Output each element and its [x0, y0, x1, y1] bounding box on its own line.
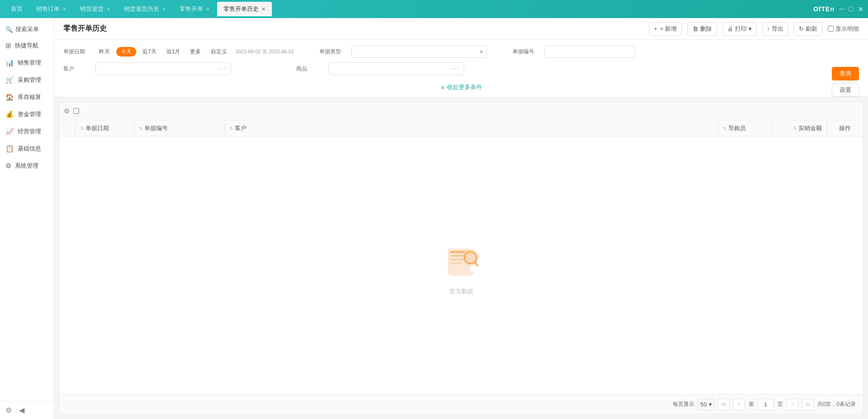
th-amount[interactable]: ⇅ 实销金额 — [773, 120, 827, 136]
sidebar: 🔍 搜索采单 ⊞ 快捷导航 📊 销售管理 🛒 采购管理 🏠 库存核算 💰 资金管… — [0, 18, 54, 419]
page-suffix-label: 页 — [778, 400, 783, 408]
date-month[interactable]: 近1月 — [163, 47, 184, 56]
filter-row-date: 单据日期 昨天 今天 近7天 近1月 更多 自定义 2023-06-02 至 2… — [63, 45, 859, 58]
filter-area: 单据日期 昨天 今天 近7天 近1月 更多 自定义 2023-06-02 至 2… — [54, 40, 868, 97]
product-select[interactable]: ··· — [328, 62, 464, 75]
sidebar-item-purchase-mgmt[interactable]: 🛒 采购管理 — [0, 71, 54, 89]
settings-icon[interactable]: ⚙ — [5, 406, 12, 414]
next-page-button[interactable]: > — [787, 399, 798, 410]
chevron-up-icon: ∧ — [441, 84, 445, 91]
product-dots-icon: ··· — [451, 65, 460, 73]
empty-text: 暂无数据 — [450, 287, 473, 296]
filter-settings-button[interactable]: 设置 — [832, 83, 859, 97]
prev-page-icon: < — [737, 401, 741, 408]
svg-rect-4 — [450, 259, 464, 260]
sales-icon: 📊 — [5, 59, 14, 67]
date-shortcuts: 昨天 今天 近7天 近1月 更多 自定义 2023-06-02 至 2023-0… — [95, 47, 294, 56]
date-week[interactable]: 近7天 — [139, 47, 160, 56]
refresh-button[interactable]: ↻ 刷新 — [794, 22, 822, 36]
bill-no-input[interactable] — [545, 45, 635, 58]
add-button[interactable]: + + 新增 — [649, 22, 682, 36]
sidebar-item-quick-nav[interactable]: ⊞ 快捷导航 — [0, 37, 54, 54]
sort-customer-icon: ⇅ — [229, 126, 233, 131]
close-sales-return-history-icon[interactable]: ✕ — [162, 6, 166, 12]
last-page-button[interactable]: ≫ — [802, 399, 814, 410]
sidebar-item-finance[interactable]: 💰 资金管理 — [0, 106, 54, 123]
export-icon: ↑ — [767, 25, 770, 32]
refresh-icon: ↻ — [799, 25, 804, 32]
select-all-checkbox[interactable] — [73, 108, 79, 114]
tab-sales-return-history[interactable]: 销货退货历史 ✕ — [118, 2, 172, 16]
quick-nav-icon: ⊞ — [5, 42, 11, 50]
window-controls: OfTEn ─ □ ✕ — [813, 5, 863, 14]
sort-guide-icon: ⇅ — [723, 126, 726, 131]
th-date[interactable]: ⇅ 单据日期 — [76, 120, 134, 136]
filter-row-customer: 客户 ··· 商品 ··· — [63, 62, 859, 75]
close-retail-history-icon[interactable]: ✕ — [261, 6, 266, 12]
th-customer[interactable]: ⇅ 客户 — [225, 120, 718, 136]
query-button[interactable]: 查询 — [832, 67, 859, 80]
top-bar: 首页 销售订单 ✕ 销货退货 ✕ 销货退货历史 ✕ 零售开单 ✕ 零售开单历史 … — [0, 0, 868, 18]
first-page-icon: ≪ — [721, 401, 727, 408]
date-label: 单据日期 — [63, 48, 88, 56]
th-billno[interactable]: ⇅ 单据编号 — [134, 120, 225, 136]
tab-retail-open[interactable]: 零售开单 ✕ — [173, 2, 216, 16]
inventory-icon: 🏠 — [5, 93, 14, 101]
minimize-icon[interactable]: ─ — [839, 5, 844, 13]
tab-home[interactable]: 首页 — [5, 2, 29, 16]
empty-state: 暂无数据 — [59, 137, 863, 394]
sort-date-icon: ⇅ — [80, 126, 84, 131]
export-button[interactable]: ↑ 导出 — [762, 22, 789, 36]
product-label: 商品 — [296, 65, 321, 73]
table-toolbar: ⚙ — [59, 102, 863, 120]
sidebar-search[interactable]: 🔍 搜索采单 — [0, 22, 54, 37]
empty-illustration — [439, 235, 484, 280]
collapse-filter-button[interactable]: ∧ 收起更多条件 — [63, 83, 859, 91]
finance-icon: 💰 — [5, 110, 14, 118]
sidebar-item-operations[interactable]: 📈 经营管理 — [0, 123, 54, 140]
sidebar-item-inventory[interactable]: 🏠 库存核算 — [0, 89, 54, 106]
customer-select[interactable]: ··· — [95, 62, 231, 75]
table-header: ⇅ 单据日期 ⇅ 单据编号 ⇅ 客户 ⇅ 导购员 ⇅ 实销金额 — [59, 120, 863, 137]
date-more[interactable]: 更多 — [186, 47, 204, 56]
page-input[interactable] — [758, 399, 774, 410]
svg-rect-5 — [450, 262, 461, 264]
customer-label: 客户 — [63, 65, 88, 73]
maximize-icon[interactable]: □ — [849, 5, 853, 13]
window-close-icon[interactable]: ✕ — [858, 5, 863, 14]
chevron-down-icon: ▾ — [480, 48, 483, 55]
print-arrow-icon: ▾ — [749, 25, 752, 32]
column-settings-icon[interactable]: ⚙ — [64, 107, 70, 115]
close-sales-order-icon[interactable]: ✕ — [62, 6, 66, 12]
date-today[interactable]: 今天 — [116, 47, 136, 56]
sidebar-search-label: 搜索采单 — [15, 25, 39, 33]
sidebar-item-base-info[interactable]: 📋 基础信息 — [0, 140, 54, 157]
sidebar-item-system-mgmt[interactable]: ⚙ 系统管理 — [0, 157, 54, 174]
base-info-icon: 📋 — [5, 145, 14, 153]
date-custom[interactable]: 自定义 — [207, 47, 231, 56]
tab-retail-history[interactable]: 零售开单历史 ✕ — [217, 2, 272, 16]
per-page-label: 每页显示 — [673, 400, 694, 408]
show-detail-checkbox[interactable] — [828, 26, 834, 32]
th-action: 操作 — [827, 120, 863, 136]
delete-button[interactable]: 🗑 删除 — [688, 22, 717, 36]
show-detail-toggle[interactable]: 显示明细 — [828, 25, 859, 33]
per-page-select[interactable]: 50 ▾ — [698, 399, 714, 410]
bill-type-select[interactable]: ▾ — [351, 45, 487, 58]
first-page-button[interactable]: ≪ — [718, 399, 730, 410]
date-yesterday[interactable]: 昨天 — [95, 47, 114, 56]
sidebar-item-sales-mgmt[interactable]: 📊 销售管理 — [0, 54, 54, 71]
close-sales-return-icon[interactable]: ✕ — [106, 6, 110, 12]
date-range-text: 2023-06-02 至 2023-06-02 — [235, 48, 294, 55]
bill-no-label: 单据编号 — [512, 48, 537, 56]
close-retail-open-icon[interactable]: ✕ — [206, 6, 210, 12]
collapse-sidebar-icon[interactable]: ◀ — [19, 406, 24, 414]
print-button[interactable]: 🖨 打印 ▾ — [722, 22, 757, 36]
total-info: 共0页，0条记录 — [817, 400, 856, 408]
tab-sales-order[interactable]: 销售订单 ✕ — [30, 2, 73, 16]
operations-icon: 📈 — [5, 127, 14, 136]
sort-amount-icon: ⇅ — [793, 126, 797, 131]
prev-page-button[interactable]: < — [733, 399, 745, 410]
th-guide[interactable]: ⇅ 导购员 — [718, 120, 773, 136]
tab-sales-return[interactable]: 销货退货 ✕ — [74, 2, 117, 16]
